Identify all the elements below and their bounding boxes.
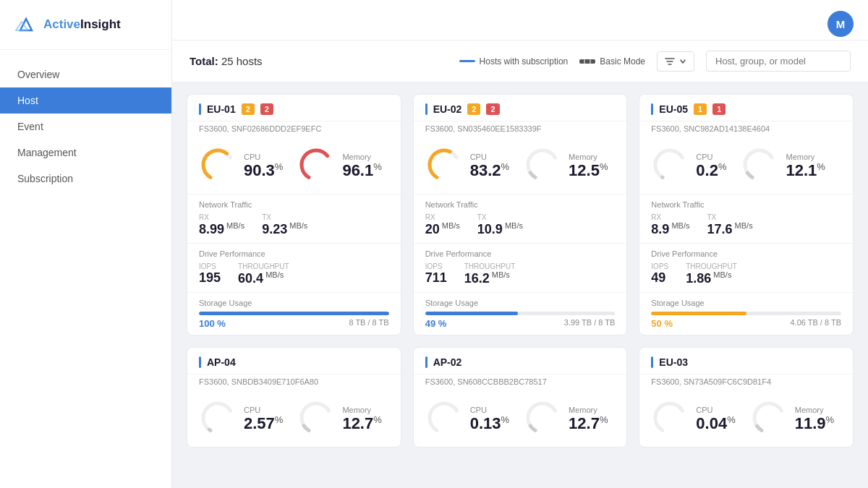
memory-info: Memory 12.7% [569, 406, 608, 434]
network-row: RX 8.9 MB/s TX 17.6 MB/s [651, 213, 841, 237]
rx-stat: RX 8.9 MB/s [651, 213, 689, 237]
drive-title: Drive Performance [651, 249, 841, 258]
search-input[interactable] [706, 51, 851, 72]
card-subtitle: FS3600, SNC982AD14138E4604 [639, 121, 853, 139]
badge-critical: 1 [712, 103, 726, 115]
card-header-bar [425, 103, 427, 115]
sidebar-item-host[interactable]: Host [0, 87, 171, 114]
storage-labels: 50 % 4.06 TB / 8 TB [651, 318, 841, 329]
tx-stat: TX 9.23 MB/s [262, 213, 307, 237]
tx-value: 17.6 MB/s [707, 221, 752, 237]
storage-pct: 100 % [199, 318, 226, 329]
header-controls: Hosts with subscription Basic Mode [459, 51, 851, 72]
card-subtitle: FS3600, SN608CCBBB2BC78517 [414, 374, 627, 392]
memory-info: Memory 11.9% [795, 406, 834, 434]
throughput-stat: Throughput 1.86 MB/s [686, 262, 737, 286]
card-header-bar [425, 356, 427, 368]
memory-gauge-svg [524, 146, 561, 187]
legend-subscription: Hosts with subscription [459, 56, 569, 67]
drive-section: Drive Performance IOPS 711 Throughput 16… [414, 243, 627, 292]
drive-row: IOPS 49 Throughput 1.86 MB/s [651, 262, 841, 286]
iops-value: 711 [425, 270, 447, 286]
tx-label: TX [477, 213, 523, 221]
storage-labels: 49 % 3.99 TB / 8 TB [425, 318, 616, 329]
throughput-label: Throughput [464, 262, 516, 270]
cpu-label: CPU [470, 153, 509, 161]
cpu-info: CPU 2.57% [244, 406, 283, 434]
cpu-gauge: CPU 83.2% [425, 146, 509, 187]
host-card: EU-01 2 2 FS3600, SNF02686DDD2EF9EFC CPU… [187, 94, 401, 335]
card-subtitle: FS3600, SN73A509FC6C9D81F4 [639, 374, 853, 392]
card-title: AP-04 [207, 356, 236, 368]
host-card: AP-04 FS3600, SNBDB3409E710F6A80 CPU 2.5… [187, 347, 401, 448]
card-metrics: CPU 2.57% Memory 12.7% [187, 392, 401, 447]
cpu-value: 83.2% [470, 161, 509, 181]
page-header: Total: 25 hosts Hosts with subscription … [172, 40, 868, 82]
cpu-label: CPU [470, 406, 509, 414]
total-label: Total: [190, 55, 218, 67]
badge-warning: 2 [467, 103, 480, 115]
rx-value: 20 MB/s [425, 221, 460, 237]
sidebar-item-management[interactable]: Management [0, 140, 171, 166]
drive-section: Drive Performance IOPS 49 Throughput 1.8… [639, 243, 853, 292]
legend-basic-label: Basic Mode [600, 56, 645, 67]
nav-menu: Overview Host Event Management Subscript… [0, 50, 171, 203]
memory-value: 12.7% [342, 414, 381, 434]
badge-warning: 1 [694, 103, 707, 115]
iops-label: IOPS [651, 262, 668, 270]
memory-label: Memory [795, 406, 834, 414]
sidebar-item-event[interactable]: Event [0, 114, 171, 140]
rx-label: RX [651, 213, 689, 221]
memory-gauge-svg [297, 399, 335, 440]
drive-row: IOPS 711 Throughput 16.2 MB/s [425, 262, 616, 286]
cpu-value: 0.04% [696, 414, 735, 434]
network-title: Network Traffic [425, 200, 616, 209]
cpu-label: CPU [244, 406, 283, 414]
tx-label: TX [262, 213, 307, 221]
chevron-down-icon [679, 58, 686, 65]
memory-gauge-svg [297, 146, 335, 187]
card-metrics: CPU 90.3% Memory 96.1% [187, 139, 401, 194]
legend-basic: Basic Mode [579, 56, 645, 67]
card-title: AP-02 [433, 356, 462, 368]
storage-used: 4.06 TB / 8 TB [790, 318, 841, 329]
avatar[interactable]: M [827, 11, 854, 37]
storage-title: Storage Usage [199, 299, 389, 307]
memory-label: Memory [786, 153, 825, 161]
tx-value: 10.9 MB/s [477, 221, 523, 237]
memory-gauge-svg [524, 399, 561, 440]
legend-subscription-label: Hosts with subscription [480, 56, 569, 67]
cpu-gauge: CPU 2.57% [199, 399, 283, 440]
storage-used: 8 TB / 8 TB [349, 318, 388, 329]
iops-stat: IOPS 195 [199, 262, 221, 286]
cpu-value: 90.3% [244, 161, 283, 181]
card-title: EU-01 [207, 103, 236, 115]
card-subtitle: FS3600, SNBDB3409E710F6A80 [187, 374, 401, 392]
memory-gauge: Memory 96.1% [297, 146, 381, 187]
badge-critical: 2 [486, 103, 499, 115]
storage-title: Storage Usage [425, 299, 616, 307]
cpu-info: CPU 90.3% [244, 153, 283, 181]
drive-title: Drive Performance [199, 249, 389, 258]
sidebar-item-overview[interactable]: Overview [0, 61, 171, 87]
memory-gauge: Memory 12.7% [524, 399, 608, 440]
card-header-bar [199, 103, 201, 115]
memory-gauge-svg [750, 399, 788, 440]
card-metrics: CPU 0.2% Memory 12.1% [639, 139, 853, 194]
sidebar-item-subscription[interactable]: Subscription [0, 166, 171, 192]
tx-stat: TX 17.6 MB/s [707, 213, 752, 237]
card-header: EU-02 2 2 [414, 95, 627, 121]
memory-label: Memory [569, 406, 608, 414]
rx-value: 8.99 MB/s [199, 221, 244, 237]
host-card: EU-03 FS3600, SN73A509FC6C9D81F4 CPU 0.0… [639, 347, 854, 448]
cards-container: EU-01 2 2 FS3600, SNF02686DDD2EF9EFC CPU… [172, 82, 868, 488]
badge-critical: 2 [260, 103, 273, 115]
drive-title: Drive Performance [425, 249, 616, 258]
cpu-gauge-svg [425, 399, 463, 440]
filter-button[interactable] [657, 51, 694, 72]
cpu-label: CPU [696, 406, 735, 414]
card-metrics: CPU 83.2% Memory 12.5% [414, 139, 627, 194]
storage-section: Storage Usage 49 % 3.99 TB / 8 TB [414, 292, 627, 335]
card-header-bar [651, 103, 653, 115]
legend-basic-line [579, 59, 595, 64]
